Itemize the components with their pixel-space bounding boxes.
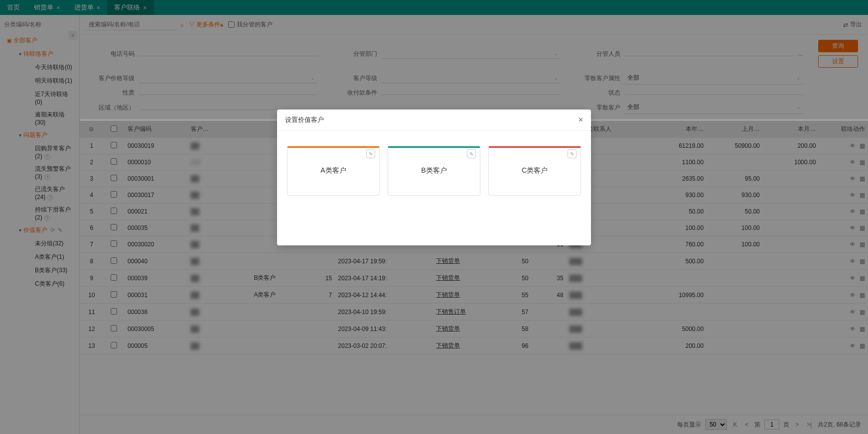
- edit-icon[interactable]: ✎: [366, 149, 375, 158]
- card-label: B类客户: [421, 166, 446, 175]
- value-card-a[interactable]: ✎ A类客户: [287, 146, 380, 196]
- modal-close-button[interactable]: ×: [579, 115, 583, 124]
- card-label: A类客户: [320, 166, 346, 175]
- value-card-c[interactable]: ✎ C类客户: [488, 146, 581, 196]
- value-card-b[interactable]: ✎ B类客户: [388, 146, 480, 196]
- edit-icon[interactable]: ✎: [467, 149, 476, 158]
- value-customer-modal: 设置价值客户 × ✎ A类客户 ✎ B类客户 ✎ C类客户: [277, 109, 591, 245]
- modal-overlay[interactable]: 设置价值客户 × ✎ A类客户 ✎ B类客户 ✎ C类客户: [0, 0, 868, 434]
- edit-icon[interactable]: ✎: [568, 149, 577, 158]
- modal-title: 设置价值客户: [285, 115, 324, 124]
- card-label: C类客户: [522, 166, 548, 175]
